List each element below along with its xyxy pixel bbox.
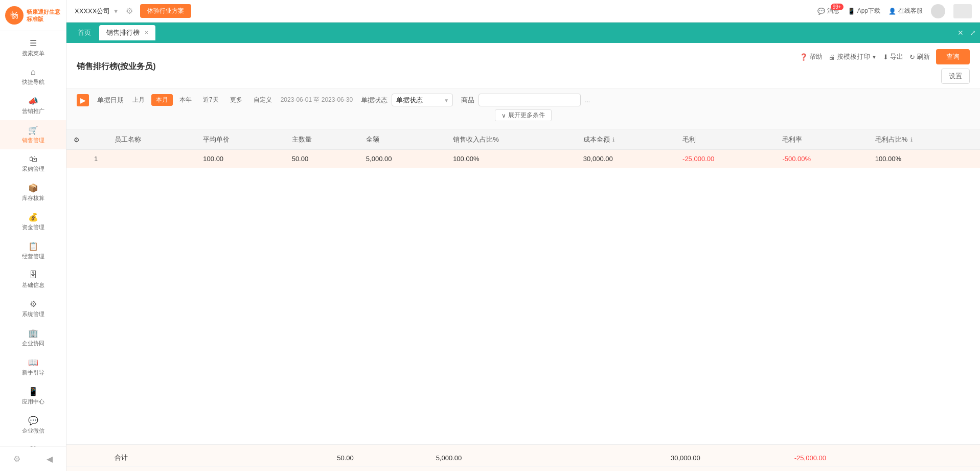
sidebar-item-label: 营销推广 [22,107,44,115]
sidebar-item-marketing[interactable]: 📣 营销推广 [0,91,66,120]
help-button[interactable]: ❓ 帮助 [800,52,823,61]
sidebar-item-inventory[interactable]: 📦 库存核算 [0,178,66,207]
footer-table: 合计 50.00 5,000.00 30,000.00 -25,000.00 [66,449,980,467]
date-btn-7days[interactable]: 近7天 [198,94,223,106]
sidebar-item-appstore[interactable]: 📱 应用中心 [0,382,66,411]
more-filter-icon[interactable]: ... [585,97,590,104]
print-button[interactable]: 🖨 按模板打印 ▼ [829,52,877,61]
sidebar-item-label: 经营管理 [22,253,44,260]
sidebar-item-basicinfo[interactable]: 🗄 基础信息 [0,265,66,294]
sidebar-item-label: 应用中心 [22,398,44,406]
tab-window-controls: ✕ ⤢ [958,29,976,37]
header-right: 💬 消息 99+ 📱 App下载 👤 在线客服 [817,4,972,18]
goods-filter: 商品 ... [461,94,590,106]
wechat-icon: 💬 [28,416,38,425]
date-btn-more[interactable]: 更多 [225,94,247,106]
sidebar-item-label: 基础信息 [22,281,44,289]
help-icon: ❓ [800,53,808,61]
status-select[interactable]: 单据状态 [392,94,453,106]
expand-conditions-button[interactable]: ∨ 展开更多条件 [495,109,552,121]
th-settings[interactable]: ⚙ [66,130,87,150]
enterprise-icon: 🏢 [28,328,38,338]
online-service-group[interactable]: 👤 在线客服 [888,7,923,15]
td-name [107,150,196,168]
app-download-label: App下载 [857,7,880,15]
trial-button[interactable]: 体验行业方案 [140,4,191,18]
home-icon: ⌂ [31,68,36,77]
sidebar-item-operations[interactable]: 📋 经营管理 [0,236,66,265]
sidebar-settings-icon[interactable]: ⚙ [11,452,22,466]
td-gross: -25,000.00 [675,150,775,168]
date-range-buttons: 上月 本月 本年 近7天 更多 自定义 [128,94,277,106]
sidebar-item-label: 资金管理 [22,223,44,231]
table-header: ⚙ 员工名称 平均单价 主数量 全额 [66,130,980,150]
cost-info-icon[interactable]: ℹ [612,137,614,143]
sidebar-item-search[interactable]: ☰ 搜索菜单 [0,33,66,62]
th-total: 全额 [359,130,446,150]
tab-close-icon[interactable]: × [145,29,148,36]
app-download-group[interactable]: 📱 App下载 [848,7,880,15]
sidebar-item-label: 销售管理 [22,137,44,144]
sidebar-collapse-icon[interactable]: ◀ [44,452,55,466]
print-icon: 🖨 [829,53,835,61]
footer-cost: 30,000.00 [671,454,700,462]
td-sales-pct: 100.00% [446,150,576,168]
sidebar-item-membership[interactable]: V 畅会员 [0,440,66,446]
user-avatar[interactable] [931,4,945,18]
window-close-icon[interactable]: ✕ [958,29,964,37]
date-btn-this-month[interactable]: 本月 [151,94,173,106]
sidebar-item-system[interactable]: ⚙ 系统管理 [0,294,66,323]
sidebar-logo: 畅 畅康通好生意 标准版 [0,0,66,31]
filter-toggle-arrow[interactable]: ▶ [77,94,89,106]
export-button[interactable]: ⬇ 导出 [883,52,903,61]
date-filter: 单据日期 上月 本月 本年 近7天 更多 自定义 2023-06-01 至 20… [97,94,353,106]
sidebar-item-finance[interactable]: 💰 资金管理 [0,207,66,236]
sidebar-item-guide[interactable]: 📖 新手引导 [0,352,66,382]
sidebar-item-purchase[interactable]: 🛍 采购管理 [0,149,66,178]
sidebar-item-enterprise[interactable]: 🏢 企业协同 [0,323,66,352]
sidebar-item-label: 企业微信 [22,427,44,435]
refresh-button[interactable]: ↻ 刷新 [909,52,930,61]
sidebar-item-label: 快捷导航 [22,78,44,86]
date-range-text: 2023-06-01 至 2023-06-30 [281,96,353,104]
window-maximize-icon[interactable]: ⤢ [970,29,976,37]
message-group[interactable]: 💬 消息 99+ [817,7,839,15]
date-filter-label: 单据日期 [97,96,124,105]
tab-sales-ranking[interactable]: 销售排行榜 × [99,25,155,40]
message-badge: 99+ [831,4,844,10]
th-avg-price: 平均单价 [196,130,284,150]
company-settings-icon[interactable]: ⚙ [126,6,133,16]
print-chevron-icon: ▼ [872,54,877,60]
sidebar-nav: ☰ 搜索菜单 ⌂ 快捷导航 📣 营销推广 🛒 销售管理 🛍 采购管理 📦 库存核… [0,31,66,446]
td-cost: 30,000.00 [576,150,675,168]
data-table: ⚙ 员工名称 平均单价 主数量 全额 [66,130,980,168]
status-filter-label: 单据状态 [361,96,388,105]
status-select-wrapper: 单据状态 [392,94,453,106]
online-service-icon: 👤 [888,8,896,15]
date-btn-custom[interactable]: 自定义 [249,94,277,106]
footer-gross: -25,000.00 [794,454,826,462]
query-button[interactable]: 查询 [936,49,970,64]
page-header: 销售排行榜(按业务员) ❓ 帮助 🖨 按模板打印 ▼ ⬇ 导出 [66,43,980,88]
expand-chevron-icon: ∨ [502,112,506,119]
td-gross-rate: -500.00% [775,150,868,168]
tab-bar: 首页 销售排行榜 × ✕ ⤢ [66,23,980,43]
page-actions: ❓ 帮助 🖨 按模板打印 ▼ ⬇ 导出 ↻ 刷新 [800,49,970,64]
tab-home[interactable]: 首页 [71,25,98,40]
column-settings-icon[interactable]: ⚙ [74,136,80,144]
goods-input[interactable] [478,94,581,106]
footer-total: 5,000.00 [436,454,462,462]
settings-button[interactable]: 设置 [941,69,970,84]
top-header: XXXXX公司 ▼ ⚙ 体验行业方案 💬 消息 99+ 📱 App下载 👤 在线… [66,0,980,23]
sidebar-item-sales[interactable]: 🛒 销售管理 [0,120,66,149]
sidebar-item-wechat[interactable]: 💬 企业微信 [0,411,66,440]
goods-filter-label: 商品 [461,96,474,105]
gross-pct-info-icon[interactable]: ℹ [910,137,913,143]
date-btn-this-year[interactable]: 本年 [175,94,196,106]
table-footer: 合计 50.00 5,000.00 30,000.00 -25,000.00 [66,444,980,471]
company-selector[interactable]: XXXXX公司 ▼ [75,7,119,16]
date-btn-last-month[interactable]: 上月 [128,94,149,106]
filter-area: ▶ 单据日期 上月 本月 本年 近7天 更多 自定义 2023-06-01 至 … [66,88,980,130]
sidebar-item-quicknav[interactable]: ⌂ 快捷导航 [0,62,66,91]
expand-row: ∨ 展开更多条件 [77,106,970,124]
